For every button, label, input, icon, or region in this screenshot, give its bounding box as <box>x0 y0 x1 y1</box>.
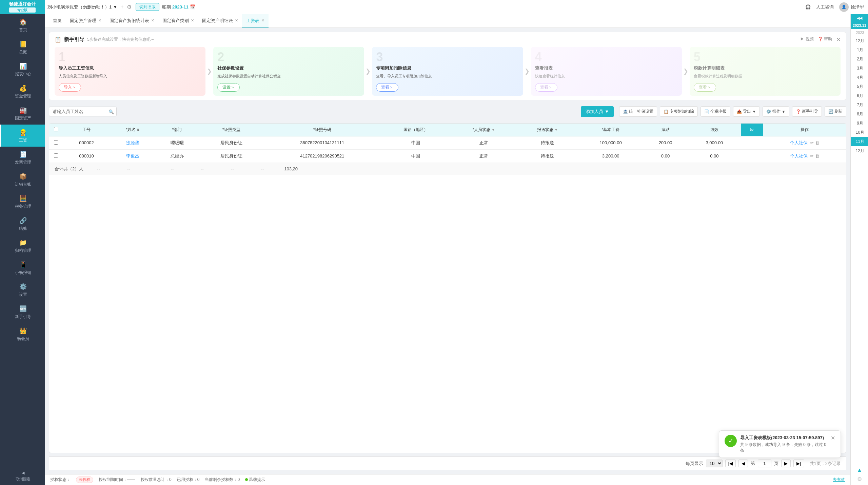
gear-icon[interactable]: ⚙ <box>127 4 132 10</box>
sidebar-item-close[interactable]: 🔗 结账 <box>0 213 45 235</box>
sidebar-item-assets[interactable]: 🏭 固定资产 <box>0 102 45 125</box>
sidebar-unpin[interactable]: ◀ 取消固定 <box>0 467 45 485</box>
sidebar-label-unpin: 取消固定 <box>16 477 31 482</box>
row2-edit-icon[interactable]: ✏ <box>810 153 814 158</box>
tab-home[interactable]: 首页 <box>49 14 66 28</box>
close-tab-assets-category[interactable]: ✕ <box>191 18 194 23</box>
consulting-label[interactable]: 人工咨询 <box>816 4 834 10</box>
rdp-month-1[interactable]: 1月 <box>851 45 868 55</box>
row2-id-no: 412702198206290521 <box>264 149 381 163</box>
guide-step-2: 2 社保参数设置 完成社保参数设置自动计算社保公积金 设置＞ <box>213 47 364 96</box>
close-tab-salary-table[interactable]: ✕ <box>261 18 264 23</box>
sidebar-item-ledger[interactable]: 📒 总账 <box>0 36 45 58</box>
submit-filter-icon[interactable]: ▼ <box>554 128 558 132</box>
rdp-up-icon[interactable]: ▲ <box>857 467 862 473</box>
close-tab-assets-detail[interactable]: ✕ <box>235 18 238 23</box>
refresh-button[interactable]: 🔄 刷新 <box>825 106 846 117</box>
charge-link[interactable]: 去充值 <box>833 477 845 483</box>
sidebar-label-settings: 设置 <box>19 292 27 298</box>
row2-delete-icon[interactable]: 🗑 <box>815 153 820 158</box>
social-security-button[interactable]: 🏦 统一社保设置 <box>619 106 657 117</box>
rdp-month-4[interactable]: 4月 <box>851 73 868 82</box>
rdp-settings-icon[interactable]: ⚙ <box>857 476 862 482</box>
page-number-input[interactable] <box>758 460 771 467</box>
step-btn-1[interactable]: 导入＞ <box>59 83 81 92</box>
switch-version-button[interactable]: 切到旧版 <box>136 3 159 11</box>
rdp-month-5[interactable]: 5月 <box>851 82 868 91</box>
step-btn-5[interactable]: 查看＞ <box>694 83 716 92</box>
page-size-select[interactable]: 10 20 50 <box>706 460 723 467</box>
close-tab-depreciation[interactable]: ✕ <box>151 18 154 23</box>
select-all-checkbox[interactable] <box>54 127 58 131</box>
sidebar-item-settings[interactable]: ⚙️ 设置 <box>0 279 45 301</box>
sidebar-item-member[interactable]: 👑 畅会员 <box>0 323 45 345</box>
tax-declaration-button[interactable]: 📄 个税申报 <box>701 106 730 117</box>
sidebar-item-home[interactable]: 🏠 首页 <box>0 14 45 36</box>
search-input[interactable] <box>49 107 117 116</box>
search-icon[interactable]: 🔍 <box>108 109 114 114</box>
tab-assets-mgmt[interactable]: 固定资产管理 ✕ <box>66 14 105 28</box>
tab-assets-category[interactable]: 固定资产类别 ✕ <box>158 14 198 28</box>
tab-salary-table[interactable]: 工资表 ✕ <box>242 14 269 28</box>
sidebar-item-funds[interactable]: 💰 资金管理 <box>0 80 45 102</box>
row2-checkbox[interactable] <box>49 149 63 163</box>
sidebar-item-tax[interactable]: 🧮 税务管理 <box>0 191 45 213</box>
help-link[interactable]: ❓ 帮助 <box>818 36 832 43</box>
sidebar-item-salary[interactable]: 👷 工资 <box>0 125 45 147</box>
rdp-month-2[interactable]: 2月 <box>851 55 868 64</box>
step-btn-3[interactable]: 查看＞ <box>376 83 398 92</box>
sidebar-item-archive[interactable]: 📁 归档管理 <box>0 235 45 257</box>
row1-social-link[interactable]: 个人社保 <box>790 140 808 145</box>
rdp-month-12[interactable]: 12月 <box>851 146 868 155</box>
step-btn-4[interactable]: 查看＞ <box>535 83 557 92</box>
row2-social-link[interactable]: 个人社保 <box>790 153 808 158</box>
col-checkbox[interactable] <box>49 124 63 136</box>
prev-page-button[interactable]: ◀ <box>738 460 748 467</box>
rdp-month-8[interactable]: 8月 <box>851 110 868 119</box>
tab-depreciation[interactable]: 固定资产折旧统计表 ✕ <box>105 14 158 28</box>
sidebar-item-sales[interactable]: 📦 进销台账 <box>0 169 45 191</box>
user-name[interactable]: 徐泽华 <box>851 4 864 10</box>
calendar-icon[interactable]: 📅 <box>190 4 195 10</box>
toast-close-button[interactable]: ✕ <box>831 435 835 441</box>
last-page-button[interactable]: ▶| <box>793 460 804 467</box>
video-link[interactable]: ▶ 视频 <box>800 36 813 43</box>
add-icon[interactable]: ＋ <box>119 3 125 11</box>
first-page-button[interactable]: |◀ <box>725 460 736 467</box>
tab-assets-detail[interactable]: 固定资产明细账 ✕ <box>198 14 242 28</box>
close-guide-button[interactable]: ✕ <box>836 36 841 43</box>
row1-edit-icon[interactable]: ✏ <box>810 140 814 145</box>
next-page-button[interactable]: ▶ <box>781 460 791 467</box>
newbie-guide-button[interactable]: ❓ 新手引导 <box>792 106 822 117</box>
rdp-month-12-2023[interactable]: 12月 <box>851 36 868 45</box>
export-button[interactable]: 📤 导出 ▼ <box>733 106 760 117</box>
remaining-count: 当前剩余授权数：0 <box>205 477 240 483</box>
rdp-month-6[interactable]: 6月 <box>851 91 868 100</box>
row2-name[interactable]: 李俊杰 <box>110 149 155 163</box>
rdp-month-7[interactable]: 7月 <box>851 100 868 110</box>
status-filter-icon[interactable]: ▼ <box>492 128 495 132</box>
account-dropdown[interactable]: 刘小艳演示账套（勿删勿动！）1 ▼ <box>47 4 117 10</box>
row1-name[interactable]: 徐泽华 <box>110 136 155 149</box>
sidebar-item-guide[interactable]: 🆕 新手引导 <box>0 301 45 323</box>
special-deduction-button[interactable]: 📋 专项附加扣除 <box>660 106 698 117</box>
tax-declaration-label: 个税申报 <box>710 109 727 114</box>
row2-actions[interactable]: 个人社保 ✏ 🗑 <box>763 149 846 163</box>
rdp-month-10[interactable]: 10月 <box>851 128 868 137</box>
guide-header-right: ▶ 视频 ❓ 帮助 ✕ <box>800 36 841 43</box>
sidebar-item-invoice[interactable]: 🧾 发票管理 <box>0 147 45 169</box>
operations-button[interactable]: ⚙️ 操作 ▼ <box>763 106 789 117</box>
row1-delete-icon[interactable]: 🗑 <box>815 140 820 145</box>
rdp-expand-icon[interactable]: ◀◀ <box>857 16 862 20</box>
sidebar-item-expense[interactable]: 📱 小畅报销 <box>0 257 45 279</box>
step-btn-2[interactable]: 设置＞ <box>217 83 240 92</box>
close-tab-assets-mgmt[interactable]: ✕ <box>98 18 101 23</box>
rdp-month-11[interactable]: 11月 <box>851 137 868 146</box>
sidebar-item-reports[interactable]: 📊 报表中心 <box>0 58 45 80</box>
rdp-month-9[interactable]: 9月 <box>851 119 868 128</box>
row1-checkbox[interactable] <box>49 136 63 149</box>
rdp-month-3[interactable]: 3月 <box>851 64 868 73</box>
add-person-button[interactable]: 添加人员 ▼ <box>581 106 614 117</box>
sidebar-label-sales: 进销台账 <box>15 182 31 187</box>
row1-actions[interactable]: 个人社保 ✏ 🗑 <box>763 136 846 149</box>
